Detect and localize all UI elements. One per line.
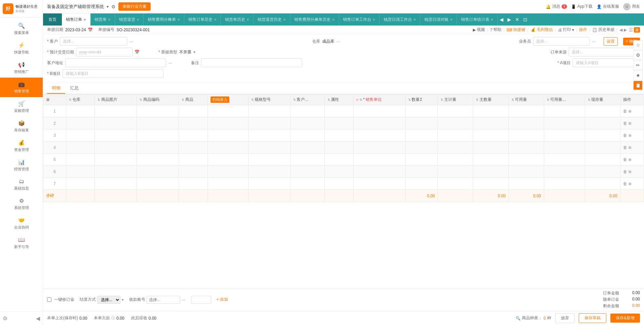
- discard-btn[interactable]: 放弃: [555, 313, 575, 323]
- sidebar-item-6[interactable]: 💰资金管理: [0, 136, 43, 156]
- right-action-5[interactable]: 📋: [633, 81, 643, 90]
- sidebar-item-5[interactable]: 📦库存核算: [0, 117, 43, 136]
- copy-row-icon[interactable]: ⊕: [628, 181, 632, 186]
- th-spec[interactable]: ⇅ 规格型号: [248, 94, 290, 105]
- account-input[interactable]: [147, 296, 180, 304]
- tab-close-3[interactable]: ✕: [177, 18, 180, 22]
- tab-close-0[interactable]: ✕: [83, 18, 86, 22]
- a-project-input[interactable]: [573, 58, 640, 67]
- next-page-icon[interactable]: ▶: [624, 28, 627, 32]
- action-btn[interactable]: 操作: [579, 27, 587, 33]
- tab-item-8[interactable]: 销售订单工作台✕: [339, 13, 380, 26]
- settings-icon[interactable]: ⚙: [3, 315, 7, 322]
- notice-item[interactable]: 🔔 消息 9: [546, 4, 567, 9]
- tab-close-9[interactable]: ✕: [413, 18, 416, 22]
- sidebar-item-9[interactable]: ⚙系统管理: [0, 194, 43, 214]
- copy-row-icon[interactable]: ⊕: [628, 157, 632, 162]
- sidebar-item-7[interactable]: 📊经营管理: [0, 156, 43, 175]
- copy-row-icon[interactable]: ⊕: [628, 133, 632, 138]
- date-value[interactable]: 2023-03-24: [65, 28, 86, 32]
- th-main_qty[interactable]: ⇅ 主数量: [473, 94, 508, 105]
- goods-count-icon[interactable]: 🔍: [516, 316, 521, 321]
- sidebar-item-3[interactable]: 💼销售管理: [0, 78, 43, 97]
- delivery-input[interactable]: [76, 48, 132, 56]
- table-wrapper[interactable]: ⚙⇅ 仓库⇅ 商品图片⇅ 商品编码⇅ 商品扫码录入⇅ 规格型号⇅ 客户...⇅ …: [43, 94, 644, 288]
- online-support-item[interactable]: 👤 在线客服: [597, 4, 619, 9]
- user-item[interactable]: U 用友: [623, 3, 640, 10]
- payment-method-select[interactable]: 选择...: [97, 296, 120, 304]
- system-dropdown-icon[interactable]: ▾: [107, 4, 109, 9]
- th-main_unit[interactable]: ⇅ 主计量: [438, 94, 473, 105]
- th-qty2[interactable]: ⇅ 数量2: [405, 94, 438, 105]
- delete-row-icon[interactable]: 🗑: [623, 121, 627, 126]
- delete-row-icon[interactable]: 🗑: [623, 133, 627, 138]
- th-customer_code[interactable]: ⇅ 客户...: [290, 94, 325, 105]
- tab-item-5[interactable]: 销货单历史✕: [221, 13, 254, 26]
- account-more-icon[interactable]: ···: [182, 297, 186, 302]
- header-gear-icon[interactable]: ⚙: [111, 4, 116, 9]
- tab-close-11[interactable]: ✕: [491, 18, 493, 22]
- sidebar-item-1[interactable]: ⚡快捷导航: [0, 39, 43, 58]
- tab-item-7[interactable]: 销售费用分摊单历史✕: [290, 13, 339, 26]
- debit-info-icon[interactable]: ⓘ: [111, 316, 115, 321]
- tab-item-6[interactable]: 销货退货历史✕: [254, 13, 290, 26]
- tab-item-10[interactable]: 钱货日清对账✕: [420, 13, 457, 26]
- delete-row-icon[interactable]: 🗑: [623, 157, 627, 162]
- b-project-input[interactable]: [63, 69, 163, 78]
- delete-row-icon[interactable]: 🗑: [623, 181, 627, 186]
- shortcut-btn[interactable]: ⌨ 快捷键: [506, 27, 525, 33]
- th-name[interactable]: ⇅ 商品: [179, 94, 207, 105]
- sidebar-item-10[interactable]: 🤝企业协同: [0, 214, 43, 233]
- address-input[interactable]: [65, 58, 166, 67]
- right-action-3[interactable]: ✏: [633, 60, 643, 70]
- delete-row-icon[interactable]: 🗑: [623, 145, 627, 150]
- sidebar-item-11[interactable]: 📖新手引导: [0, 233, 43, 253]
- tab-nav-btn-2[interactable]: ✕: [513, 13, 521, 26]
- tab-home[interactable]: 首页: [43, 13, 62, 26]
- th-unit[interactable]: ⟐ ⇅ * 销售单位: [353, 94, 405, 105]
- remark-input[interactable]: [201, 58, 302, 67]
- tab-item-3[interactable]: 销售费用分摊单✕: [144, 13, 184, 26]
- profit-btn[interactable]: 💰 毛利预估: [531, 27, 553, 33]
- right-action-1[interactable]: ☆: [633, 40, 643, 50]
- th-code[interactable]: ⇅ 商品编码: [137, 94, 179, 105]
- customer-more-icon[interactable]: ···: [129, 39, 133, 44]
- tab-item-4[interactable]: 销售订单历史✕: [184, 13, 221, 26]
- tab-close-1[interactable]: ✕: [108, 18, 111, 22]
- order-source-input[interactable]: [569, 48, 636, 56]
- invoice-value[interactable]: 不开票: [179, 49, 191, 55]
- tab-nav-btn-3[interactable]: ⊡: [521, 13, 529, 26]
- save-new-btn[interactable]: 保存&新增: [610, 314, 640, 323]
- staff-input[interactable]: [533, 37, 590, 46]
- solution-btn[interactable]: 体验行业方案: [118, 2, 151, 11]
- warehouse-more-icon[interactable]: ···: [336, 39, 340, 44]
- sidebar-item-8[interactable]: 🗂基础信息: [0, 175, 43, 194]
- right-action-2[interactable]: ⚙: [633, 50, 643, 60]
- sidebar-item-4[interactable]: 🛒采购管理: [0, 97, 43, 117]
- history-btn[interactable]: 📋 历史单据: [592, 27, 614, 33]
- tab-item-1[interactable]: 销货单✕: [90, 13, 115, 26]
- print-btn[interactable]: 🖨 打印 ▾: [558, 27, 574, 33]
- th-stock[interactable]: ⇅ 现存量: [585, 94, 620, 105]
- tab-nav-btn-1[interactable]: ▶: [505, 13, 513, 26]
- tab-item-0[interactable]: 销售订单✕: [62, 13, 90, 26]
- settings-th-icon[interactable]: ⚙: [46, 97, 50, 102]
- amount-input[interactable]: 0.00: [191, 296, 211, 304]
- one-click-checkbox[interactable]: [47, 297, 51, 302]
- calendar-icon[interactable]: 📅: [88, 28, 93, 32]
- warehouse-value[interactable]: 成品库: [322, 39, 334, 44]
- tab-close-4[interactable]: ✕: [214, 18, 217, 22]
- address-more-icon[interactable]: ···: [168, 60, 172, 66]
- section-tab-1[interactable]: 汇总: [65, 83, 83, 94]
- th-available[interactable]: ⇅ 可用量: [508, 94, 544, 105]
- delete-row-icon[interactable]: 🗑: [623, 109, 627, 114]
- tab-item-2[interactable]: 销货退货✕: [115, 13, 144, 26]
- help-btn[interactable]: ? 帮助: [490, 27, 502, 33]
- tab-close-8[interactable]: ✕: [373, 18, 375, 22]
- tab-item-11[interactable]: 销售订单统计表✕: [457, 13, 498, 26]
- copy-row-icon[interactable]: ⊕: [628, 121, 632, 126]
- add-btn[interactable]: + 添加: [217, 297, 228, 302]
- tab-close-5[interactable]: ✕: [247, 18, 249, 22]
- settings-btn[interactable]: 设置: [604, 37, 618, 46]
- tab-close-6[interactable]: ✕: [283, 18, 286, 22]
